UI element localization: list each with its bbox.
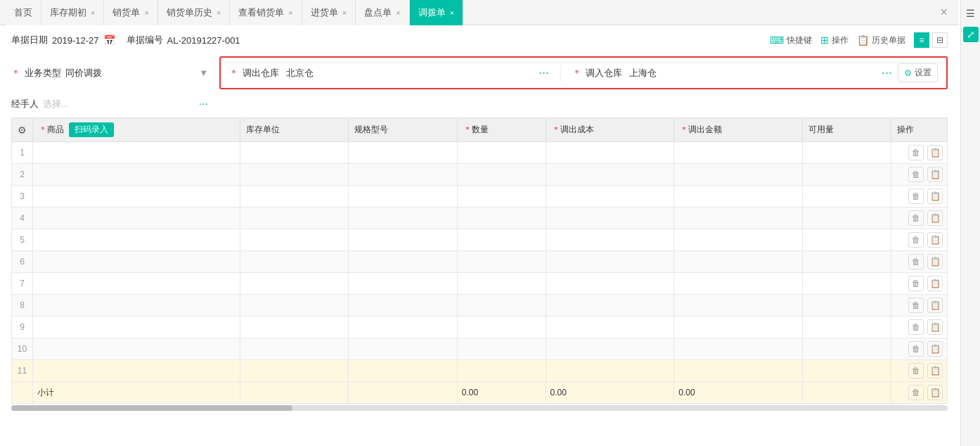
row-num: 1 bbox=[12, 142, 33, 164]
tab-home[interactable]: 首页 bbox=[6, 0, 41, 25]
warehouse-out-label: 调出仓库 bbox=[243, 67, 279, 79]
horizontal-scrollbar[interactable] bbox=[11, 405, 948, 411]
col-qty: ＊数量 bbox=[457, 118, 546, 142]
copy-row-btn[interactable]: 📋 bbox=[927, 189, 943, 204]
scan-button[interactable]: 扫码录入 bbox=[69, 122, 114, 137]
operation-button[interactable]: ⊞ 操作 bbox=[820, 34, 849, 46]
delete-row-btn[interactable]: 🗑 bbox=[908, 167, 924, 182]
delete-row-btn[interactable]: 🗑 bbox=[908, 363, 924, 378]
copy-row-btn[interactable]: 📋 bbox=[927, 167, 943, 182]
window-close-button[interactable]: × bbox=[934, 5, 953, 20]
subtotal-delete-btn[interactable]: 🗑 bbox=[908, 385, 924, 400]
col-unit: 库存单位 bbox=[240, 118, 349, 142]
delete-row-btn[interactable]: 🗑 bbox=[908, 232, 924, 248]
history-button[interactable]: 📋 历史单据 bbox=[857, 34, 905, 46]
delete-row-btn[interactable]: 🗑 bbox=[908, 276, 924, 291]
warehouse-in-field: ＊ 调入仓库 上海仓 bbox=[572, 67, 876, 79]
tab-close-inventory-init[interactable]: × bbox=[91, 8, 95, 17]
tab-inventory-init[interactable]: 库存期初 × bbox=[41, 0, 104, 25]
table-gear-button[interactable]: ⚙ bbox=[18, 125, 27, 136]
copy-row-btn[interactable]: 📋 bbox=[927, 210, 943, 226]
col-gear: ⚙ bbox=[12, 118, 33, 142]
sidebar-list-icon[interactable]: ☰ bbox=[963, 6, 979, 21]
delete-row-btn[interactable]: 🗑 bbox=[908, 254, 924, 269]
business-dropdown-icon[interactable]: ▼ bbox=[199, 68, 208, 78]
tab-sales-order[interactable]: 销货单 × bbox=[104, 0, 157, 25]
subtotal-label: 小计 bbox=[33, 382, 240, 404]
table-row: 10 🗑 📋 bbox=[12, 338, 948, 360]
tab-close-view-sales[interactable]: × bbox=[288, 8, 292, 17]
main-content: 单据日期 2019-12-27 📅 单据编号 AL-20191227-001 ⌨… bbox=[0, 25, 959, 418]
tab-sales-history[interactable]: 销货单历史 × bbox=[158, 0, 230, 25]
sidebar-expand-icon[interactable]: ⤢ bbox=[963, 27, 979, 42]
table-row: 4 🗑 📋 bbox=[12, 208, 948, 229]
layout-list-button[interactable]: ≡ bbox=[914, 32, 929, 48]
delete-row-btn[interactable]: 🗑 bbox=[908, 298, 924, 313]
warehouse-in-required: ＊ bbox=[572, 67, 581, 79]
warehouse-out-more[interactable]: ··· bbox=[539, 65, 549, 80]
copy-row-btn[interactable]: 📋 bbox=[927, 276, 943, 291]
delete-row-btn[interactable]: 🗑 bbox=[908, 210, 924, 226]
tab-close-transfer-order[interactable]: × bbox=[450, 8, 454, 17]
warehouse-in-label: 调入仓库 bbox=[586, 67, 622, 79]
copy-row-btn[interactable]: 📋 bbox=[927, 319, 943, 335]
col-spec: 规格型号 bbox=[349, 118, 457, 142]
tab-purchase-order[interactable]: 进货单 × bbox=[302, 0, 356, 25]
copy-row-btn[interactable]: 📋 bbox=[927, 232, 943, 248]
warehouse-in-value[interactable]: 上海仓 bbox=[629, 67, 657, 79]
warehouse-divider bbox=[560, 65, 561, 82]
person-more[interactable]: ··· bbox=[199, 98, 208, 110]
person-label: 经手人 bbox=[11, 98, 39, 110]
calendar-icon[interactable]: 📅 bbox=[103, 34, 115, 46]
warehouse-out-required: ＊ bbox=[229, 67, 238, 79]
tab-close-sales-order[interactable]: × bbox=[144, 8, 148, 17]
warehouse-out-value[interactable]: 北京仓 bbox=[286, 67, 314, 79]
table-row: 6 🗑 📋 bbox=[12, 251, 948, 273]
copy-row-btn[interactable]: 📋 bbox=[927, 363, 943, 378]
tab-view-sales[interactable]: 查看销货单 × bbox=[230, 0, 302, 25]
delete-row-btn[interactable]: 🗑 bbox=[908, 319, 924, 335]
settings-button[interactable]: ⚙ 设置 bbox=[898, 63, 938, 82]
delete-row-btn[interactable]: 🗑 bbox=[908, 145, 924, 160]
doc-num-value: AL-20191227-001 bbox=[167, 35, 240, 46]
header-row: 单据日期 2019-12-27 📅 单据编号 AL-20191227-001 ⌨… bbox=[11, 32, 948, 48]
right-sidebar: ☰ ⤢ bbox=[960, 0, 980, 418]
subtotal-amount: 0.00 bbox=[674, 382, 803, 404]
delete-row-btn[interactable]: 🗑 bbox=[908, 341, 924, 357]
date-value: 2019-12-27 bbox=[52, 35, 99, 46]
copy-row-btn[interactable]: 📋 bbox=[927, 145, 943, 160]
business-required-mark: ＊ bbox=[11, 67, 20, 79]
row-num: 3 bbox=[12, 186, 33, 208]
copy-row-btn[interactable]: 📋 bbox=[927, 341, 943, 357]
business-type-field: ＊ 业务类型 同价调拨 ▼ bbox=[11, 67, 208, 79]
table-row: 1 🗑 📋 bbox=[12, 142, 948, 164]
data-table: ⚙ ＊商品 扫码录入 库存单位 规格型号 ＊数量 ＊调出成本 ＊调出金额 可用量… bbox=[11, 117, 948, 404]
person-placeholder[interactable]: 选择... bbox=[43, 98, 69, 110]
copy-row-btn[interactable]: 📋 bbox=[927, 298, 943, 313]
tab-close-sales-history[interactable]: × bbox=[217, 8, 221, 17]
warehouse-out-field: ＊ 调出仓库 北京仓 bbox=[229, 67, 533, 79]
tab-close-purchase-order[interactable]: × bbox=[342, 8, 347, 17]
form-row-2: 经手人 选择... ··· bbox=[11, 95, 948, 110]
form-section: ＊ 业务类型 同价调拨 ▼ ＊ 调出仓库 北京仓 ··· ＊ bbox=[11, 56, 948, 110]
delete-row-btn[interactable]: 🗑 bbox=[908, 189, 924, 204]
table-header-row: ⚙ ＊商品 扫码录入 库存单位 规格型号 ＊数量 ＊调出成本 ＊调出金额 可用量… bbox=[12, 118, 948, 142]
copy-row-btn[interactable]: 📋 bbox=[927, 254, 943, 269]
header-right: ⌨ 快捷键 ⊞ 操作 📋 历史单据 ≡ ⊟ bbox=[770, 32, 948, 48]
business-value[interactable]: 同价调拨 bbox=[65, 67, 195, 79]
form-row-1: ＊ 业务类型 同价调拨 ▼ ＊ 调出仓库 北京仓 ··· ＊ bbox=[11, 56, 948, 89]
layout-grid-button[interactable]: ⊟ bbox=[932, 32, 948, 48]
warehouse-in-more[interactable]: ··· bbox=[882, 65, 892, 80]
shortcut-button[interactable]: ⌨ 快捷键 bbox=[770, 34, 812, 46]
tab-inventory-count[interactable]: 盘点单 × bbox=[356, 0, 409, 25]
subtotal-copy-btn[interactable]: 📋 bbox=[927, 385, 943, 400]
row-num: 4 bbox=[12, 208, 33, 229]
col-amount: ＊调出金额 bbox=[674, 118, 803, 142]
table-row: 8 🗑 📋 bbox=[12, 295, 948, 317]
subtotal-cost: 0.00 bbox=[546, 382, 674, 404]
row-num: 6 bbox=[12, 251, 33, 273]
table-row: 9 🗑 📋 bbox=[12, 317, 948, 338]
tab-transfer-order[interactable]: 调拨单 × bbox=[410, 0, 463, 25]
tab-close-inventory-count[interactable]: × bbox=[396, 8, 400, 17]
scroll-thumb[interactable] bbox=[11, 405, 292, 411]
